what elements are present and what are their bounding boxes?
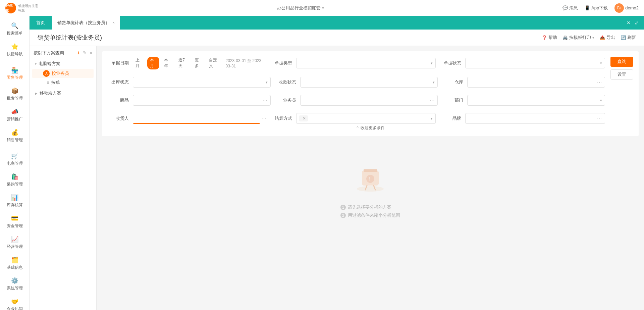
tree-pc-solution[interactable]: ▾ 电脑端方案 [32,59,94,69]
message-button[interactable]: 💬 消息 [562,5,578,11]
svg-point-3 [366,175,374,183]
workspace-dropdown-icon[interactable]: ▾ [322,6,324,10]
right-panel: 单据日期 上月 本月 本年 近7天 更多 自定义 [97,46,644,310]
date-last-month[interactable]: 上月 [133,57,145,69]
sidebar-item-marketing[interactable]: 📣 营销推广 [0,105,29,125]
warehouse-more-icon[interactable]: ··· [597,80,602,85]
sidebar-item-finance[interactable]: 💳 资金管理 [0,211,29,232]
type-select[interactable]: ▾ [296,58,436,68]
warehouse-input[interactable]: ··· [467,77,605,88]
sidebar-item-ecommerce[interactable]: 🛒 电商管理 [0,149,29,170]
empty-tip-1: 1 请先选择要分析的方案 [340,204,400,210]
app-download-button[interactable]: 📱 App下载 [585,5,608,11]
sidebar-item-purchase[interactable]: 🛍️ 采购管理 [0,170,29,191]
receiver-more-icon[interactable]: ··· [262,116,267,121]
sidebar-item-search[interactable]: 🔍 搜索菜单 [0,19,29,40]
topbar-right: 💬 消息 📱 App下载 Ea demo2 [562,3,639,13]
avatar: Ea [614,3,624,13]
tab-home[interactable]: 首页 [30,16,52,30]
salesperson-more-icon[interactable]: ··· [430,98,435,103]
date-custom[interactable]: 自定义 [206,57,222,69]
collapse-label: 收起更多条件 [361,125,385,131]
star-icon: ⭐ [11,43,18,50]
status-select[interactable]: ▾ [465,58,605,68]
message-label: 消息 [569,5,578,11]
salesperson-input[interactable]: ··· [300,95,438,106]
date-range-display: 2023-03-01 至 2023-03-31 [226,58,267,68]
left-panel-title: 按以下方案查询 [34,50,64,56]
sidebar-item-quick-nav[interactable]: ⭐ 快捷导航 [0,40,29,60]
svg-text:!: ! [369,176,370,182]
edit-scheme-button[interactable]: ✎ [83,50,87,56]
collapse-icon: ⌃ [356,126,359,131]
tab-maximize-icon[interactable]: ⤢ [635,20,639,25]
retail-icon: 🏪 [11,66,18,74]
outbound-label: 出库状态 [107,79,129,85]
sidebar-item-sales[interactable]: 💰 销售管理 [0,125,29,146]
receipt-dropdown-icon: ▾ [433,80,435,85]
phone-icon: 📱 [585,5,590,10]
settlement-select[interactable]: ✕ ▾ [296,113,436,124]
date-this-month[interactable]: 本月 [147,57,160,69]
settlement-clear-icon[interactable]: ✕ [303,116,306,121]
tab-close-button[interactable]: × [112,20,115,25]
export-button[interactable]: 📤 导出 [600,35,615,41]
tab-sales-report[interactable]: 销货单统计表（按业务员） × [52,16,120,30]
sidebar-item-basic[interactable]: 🗂️ 基础信息 [0,253,29,274]
date-this-year[interactable]: 本年 [161,57,174,69]
collapse-panel-button[interactable]: « [90,50,92,56]
tree-by-order[interactable]: ≡ 按单 [32,78,94,87]
brand-more-icon[interactable]: ··· [597,116,602,121]
sidebar: 🔍 搜索菜单 ⭐ 快捷导航 🏪 零售管理 📦 批发管理 📣 营销推广 💰 销售管… [0,16,30,310]
help-button[interactable]: ❓ 帮助 [542,35,557,41]
query-button[interactable]: 查询 [610,57,633,67]
receipt-select[interactable]: ▾ [300,77,438,88]
filter-card: 单据日期 上月 本月 本年 近7天 更多 自定义 [102,51,639,136]
sidebar-item-wholesale[interactable]: 📦 批发管理 [0,84,29,105]
order-icon: ≡ [47,80,49,85]
help-label: 帮助 [548,35,557,41]
tab-minimize-icon[interactable]: ✕ [627,20,631,25]
sidebar-item-system[interactable]: ⚙️ 系统管理 [0,274,29,295]
print-icon: 🖨️ [562,35,568,40]
collapse-button[interactable]: ⌃ 收起更多条件 [356,125,385,131]
filter-row-date: 单据日期 上月 本月 本年 近7天 更多 自定义 [107,57,605,69]
help-icon: ❓ [542,35,547,40]
sidebar-item-operation[interactable]: 📈 经营管理 [0,232,29,253]
brand-input[interactable]: ··· [465,113,605,124]
empty-tip-2: 2 用过滤条件来缩小分析范围 [340,212,400,218]
sales-icon: 💰 [11,129,18,136]
template-print-button[interactable]: 🖨️ 按模板打印 ▾ [562,35,594,41]
sidebar-item-label-ecommerce: 电商管理 [7,161,23,166]
dept-select[interactable]: ▾ [467,95,605,106]
outbound-select[interactable]: ▾ [133,77,271,88]
tree-by-order-label: 按单 [51,80,60,86]
purchase-icon: 🛍️ [11,173,18,180]
date-more[interactable]: 更多 [192,57,205,69]
tree-mobile-solution[interactable]: ▶ 移动端方案 [32,88,94,98]
tab-expand-area: ✕ ⤢ [621,20,644,25]
user-area[interactable]: Ea demo2 [614,3,639,13]
left-panel: 按以下方案查询 + ✎ « ▾ 电脑端方案 人 按业务员 [30,46,97,310]
tree-mobile-expand-icon: ▶ [35,92,38,95]
sidebar-item-enterprise[interactable]: 🤝 企业协同 [0,295,29,310]
sidebar-item-inventory[interactable]: 📊 库存核算 [0,191,29,211]
receiver-input[interactable] [133,113,260,124]
setup-button[interactable]: 设置 [610,69,633,80]
goods-input[interactable]: ··· [133,95,271,106]
add-scheme-button[interactable]: + [77,50,80,56]
date-last-7days[interactable]: 近7天 [176,57,190,69]
sidebar-item-retail[interactable]: 🏪 零售管理 [0,63,29,84]
username-label: demo2 [625,5,639,10]
tree-salesperson[interactable]: 人 按业务员 [32,69,94,78]
salesperson-label: 业务员 [275,97,296,103]
refresh-label: 刷新 [627,35,636,41]
logo-area: 好生意 畅捷通好生意 标版 [5,3,38,13]
refresh-button[interactable]: 🔄 刷新 [621,35,636,41]
left-panel-header: 按以下方案查询 + ✎ « [32,50,94,56]
enterprise-icon: 🤝 [11,298,18,305]
filter-row-goods: 商品 ··· 业务员 ··· 部门 [107,95,605,106]
sidebar-item-label-search: 搜索菜单 [7,31,23,36]
goods-more-icon[interactable]: ··· [263,98,268,103]
workspace-selector[interactable]: 办公用品行业模拟账套 ▾ [277,5,324,11]
